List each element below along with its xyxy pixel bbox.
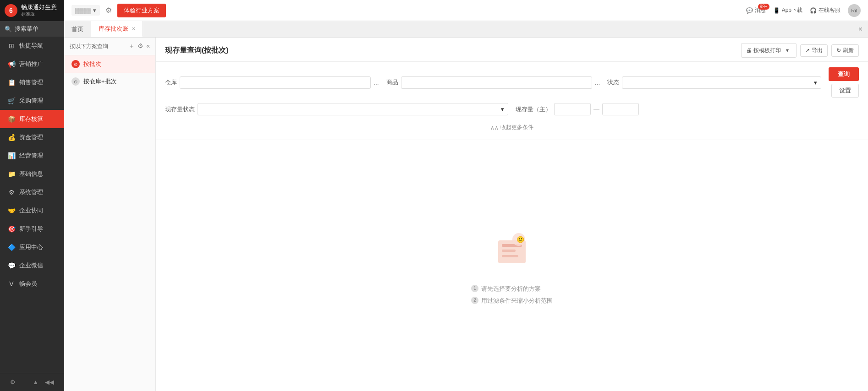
collapse-panel-btn[interactable]: « (146, 42, 150, 50)
page-actions: 🖨 按模板打印 ▾ ↗ 导出 ↻ 刷新 (741, 43, 859, 58)
sidebar-footer: ⚙ ▲ ◀◀ (0, 373, 64, 391)
inventory-status-label: 现存量状态 (165, 105, 195, 114)
quick-nav-icon: ⊞ (7, 42, 16, 50)
collapse-conditions-btn[interactable]: ∧∧ 收起更多条件 (490, 124, 533, 131)
trial-industry-btn[interactable]: 体验行业方案 (117, 4, 166, 17)
filter-row-1: 仓库 ... 商品 ... 状态 ▾ (165, 67, 859, 98)
tab-inventory-batch[interactable]: 库存批次账 × (91, 21, 143, 37)
sidebar-item-purchase[interactable]: 🛒 采购管理 (0, 92, 64, 110)
tab-home[interactable]: 首页 (64, 21, 91, 37)
system-icon: ⚙ (7, 188, 16, 196)
app-logo: 6 (5, 4, 17, 17)
sidebar-collapse-btn[interactable]: ◀◀ (42, 378, 57, 386)
sidebar-item-member[interactable]: V 畅会员 (0, 275, 64, 293)
quantity-max-input[interactable] (602, 103, 639, 115)
sidebar-item-system[interactable]: ⚙ 系统管理 (0, 183, 64, 201)
svg-rect-3 (502, 255, 518, 257)
sidebar: 6 畅康通好生意 标准版 🔍 搜索菜单 ⊞ 快捷导航 📢 营销推广 📋 销售管理… (0, 0, 64, 391)
sidebar-item-wechat[interactable]: 💬 企业微信 (0, 256, 64, 275)
product-input[interactable] (401, 76, 592, 89)
print-dropdown-btn[interactable]: ▾ (783, 45, 791, 55)
topbar-gear-btn[interactable]: ⚙ (105, 6, 112, 15)
sidebar-item-label: 库存核算 (19, 115, 43, 123)
tab-extra: × (853, 23, 868, 35)
app-download-btn[interactable]: 📱 App下载 (773, 6, 802, 14)
collapse-icon: ∧∧ (490, 125, 499, 131)
sidebar-item-apps[interactable]: 🔷 应用中心 (0, 238, 64, 256)
query-btn[interactable]: 查询 (829, 67, 859, 81)
main-area: ▓▓▓▓ ▾ ⚙ 体验行业方案 💬 消息 99+ 📱 App下载 🎧 在线客服 (64, 0, 868, 391)
sales-icon: 📋 (7, 78, 16, 87)
online-service-btn[interactable]: 🎧 在线客服 (810, 6, 841, 14)
sidebar-item-inventory[interactable]: 📦 库存核算 (0, 110, 64, 128)
sidebar-item-sales[interactable]: 📋 销售管理 (0, 73, 64, 92)
scheme-icon-batch: ⊙ (71, 60, 80, 68)
breadcrumb-text: ▓▓▓▓ (75, 7, 91, 14)
operation-icon: 📊 (7, 152, 16, 160)
sidebar-settings-btn[interactable]: ⚙ (7, 378, 18, 386)
product-filter: 商品 ... (386, 76, 600, 89)
inventory-status-filter: 现存量状态 ▾ (165, 103, 508, 115)
sidebar-item-operation[interactable]: 📊 经营管理 (0, 147, 64, 165)
app-version: 标准版 (21, 11, 57, 17)
message-icon: 💬 (746, 7, 753, 14)
topbar: ▓▓▓▓ ▾ ⚙ 体验行业方案 💬 消息 99+ 📱 App下载 🎧 在线客服 (64, 0, 868, 21)
search-menu[interactable]: 🔍 搜索菜单 (0, 21, 64, 37)
filter-area: 仓库 ... 商品 ... 状态 ▾ (156, 62, 868, 140)
right-content: 现存量查询(按批次) 🖨 按模板打印 ▾ ↗ 导出 ↻ 刷新 (156, 38, 868, 391)
export-label: 导出 (812, 47, 823, 54)
quantity-min-input[interactable] (554, 103, 591, 115)
sidebar-nav: ⊞ 快捷导航 📢 营销推广 📋 销售管理 🛒 采购管理 📦 库存核算 💰 资金管… (0, 37, 64, 373)
chevron-down-icon: ▾ (93, 7, 96, 14)
headset-icon: 🎧 (810, 7, 817, 14)
export-btn[interactable]: ↗ 导出 (800, 44, 828, 57)
sidebar-item-collab[interactable]: 🤝 企业协同 (0, 201, 64, 220)
filter-action-btns: 查询 设置 (829, 67, 859, 98)
collapse-label: 收起更多条件 (500, 124, 533, 131)
messages-btn[interactable]: 💬 消息 99+ (746, 6, 766, 14)
empty-svg: 😕 (489, 227, 535, 272)
inventory-icon: 📦 (7, 115, 16, 123)
tabbar: 首页 库存批次账 × × (64, 21, 868, 38)
warehouse-more-btn[interactable]: ... (374, 79, 379, 86)
apps-icon: 🔷 (7, 243, 16, 251)
phone-icon: 📱 (773, 7, 780, 14)
scheme-item-batch[interactable]: ⊙ 按批次 (64, 55, 155, 73)
add-scheme-btn[interactable]: ＋ (128, 42, 135, 50)
sidebar-item-label: 资金管理 (19, 133, 43, 141)
page-title: 现存量查询(按批次) (165, 46, 229, 55)
empty-tip-2: 2 用过滤条件来缩小分析范围 (471, 297, 553, 305)
status-select[interactable]: ▾ (622, 76, 821, 89)
quantity-range: — (554, 103, 639, 115)
guide-icon: 🎯 (7, 225, 16, 233)
close-panel-btn[interactable]: × (853, 23, 868, 35)
product-more-btn[interactable]: ... (595, 79, 600, 86)
sidebar-item-basic[interactable]: 📁 基础信息 (0, 165, 64, 183)
sidebar-item-finance[interactable]: 💰 资金管理 (0, 128, 64, 147)
warehouse-input[interactable] (180, 76, 371, 89)
settings-btn[interactable]: 设置 (831, 84, 859, 98)
sidebar-item-quick-nav[interactable]: ⊞ 快捷导航 (0, 37, 64, 55)
refresh-btn[interactable]: ↻ 刷新 (831, 44, 859, 57)
left-panel-title: 按以下方案查询 (70, 43, 108, 50)
tab-close-btn[interactable]: × (132, 26, 135, 32)
empty-state: 😕 1 请先选择要分析的方案 2 用过滤条件来缩小分析范围 (156, 140, 868, 391)
sidebar-item-label: 营销推广 (19, 60, 43, 68)
print-btn[interactable]: 🖨 按模板打印 ▾ (741, 43, 797, 58)
basic-icon: 📁 (7, 170, 16, 178)
scheme-item-warehouse-batch[interactable]: ⊙ 按仓库+批次 (64, 73, 155, 90)
home-tab-label: 首页 (71, 25, 83, 33)
sidebar-item-marketing[interactable]: 📢 营销推广 (0, 55, 64, 73)
sidebar-item-guide[interactable]: 🎯 新手引导 (0, 220, 64, 238)
refresh-icon: ↻ (836, 47, 841, 54)
breadcrumb-selector[interactable]: ▓▓▓▓ ▾ (71, 5, 100, 16)
scheme-settings-btn[interactable]: ⚙ (137, 42, 143, 50)
content-area: 按以下方案查询 ＋ ⚙ « ⊙ 按批次 ⊙ 按仓库+批次 现存量查询(按批次) (64, 38, 868, 391)
sidebar-item-label: 采购管理 (19, 97, 43, 105)
sidebar-scroll-up[interactable]: ▲ (30, 378, 41, 386)
inventory-status-select[interactable]: ▾ (198, 103, 508, 115)
tip-2-text: 用过滤条件来缩小分析范围 (481, 297, 553, 305)
user-menu-btn[interactable]: Rit (848, 4, 861, 17)
sidebar-item-label: 企业协同 (19, 206, 43, 215)
search-label: 搜索菜单 (15, 25, 38, 33)
